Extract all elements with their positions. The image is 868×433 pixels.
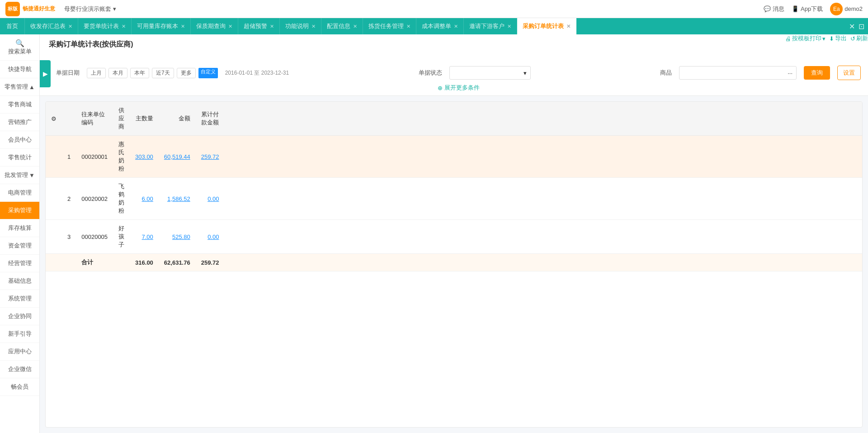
date-btn-prev-month[interactable]: 上月 [87, 68, 106, 78]
sidebar-item-ops[interactable]: 经营管理 [0, 255, 39, 272]
sidebar-item-purchase[interactable]: 采购管理 [0, 202, 39, 219]
tab-gongneng[interactable]: 功能说明 ✕ [280, 18, 321, 34]
tab-home[interactable]: 首页 [0, 18, 25, 34]
message-icon: 💬 [764, 5, 771, 12]
footer-paid-amount: 259.72 [196, 254, 225, 271]
tab-peizhi[interactable]: 配置信息 ✕ [321, 18, 363, 34]
sidebar-item-enterprise[interactable]: 企业协同 [0, 308, 39, 325]
close-icon[interactable]: ✕ [353, 24, 357, 29]
col-main-qty-header: 主数量 [130, 102, 159, 136]
close-icon[interactable]: ✕ [566, 24, 571, 29]
tab-keyong[interactable]: 可用量库存账本 ✕ [132, 18, 191, 34]
close-icon[interactable]: ✕ [507, 24, 511, 29]
row2-amount: 1,586.52 [159, 178, 196, 220]
row2-main-qty-link[interactable]: 6.00 [142, 195, 153, 202]
tab-label: 保质期查询 [196, 22, 226, 30]
maximize-btn[interactable]: ⊡ [859, 22, 864, 31]
tab-caigou-active[interactable]: 采购订单统计表 ✕ [517, 18, 576, 34]
print-button[interactable]: 🖨 按模板打印 ▾ [785, 34, 826, 43]
close-window-btn[interactable]: ✕ [849, 22, 855, 31]
close-icon[interactable]: ✕ [406, 24, 410, 29]
sidebar-item-batch-mgmt[interactable]: 批发管理 ▼ [0, 167, 39, 184]
tab-yaohuoDanjitongji[interactable]: 要货单统计表 ✕ [78, 18, 132, 34]
product-input[interactable]: ··· [679, 66, 797, 80]
sidebar-item-vip[interactable]: 畅会员 [0, 378, 39, 396]
sidebar-item-retail-shop[interactable]: 零售商城 [0, 96, 39, 114]
sidebar-item-retail-stats[interactable]: 零售统计 [0, 149, 39, 167]
tab-baobao[interactable]: 保质期查询 ✕ [191, 18, 238, 34]
tab-jianhuo[interactable]: 拣货任务管理 ✕ [363, 18, 416, 34]
close-icon[interactable]: ✕ [228, 24, 232, 29]
settings-button[interactable]: 设置 [837, 66, 861, 80]
sidebar-item-ecom[interactable]: 电商管理 [0, 184, 39, 202]
footer-main-qty: 316.00 [130, 254, 159, 271]
footer-name [113, 254, 130, 271]
row2-index: 2 [62, 178, 76, 220]
close-icon[interactable]: ✕ [122, 24, 126, 29]
close-icon[interactable]: ✕ [270, 24, 274, 29]
search-button[interactable]: 查询 [804, 66, 830, 80]
tab-label: 采购订单统计表 [523, 22, 564, 30]
row1-supplier-code: 00020001 [76, 136, 113, 178]
row1-paid-link[interactable]: 259.72 [201, 153, 219, 160]
user-info[interactable]: Ea demo2 [830, 3, 863, 15]
sidebar-item-basic[interactable]: 基础信息 [0, 272, 39, 290]
close-icon[interactable]: ✕ [311, 24, 316, 29]
sidebar-item-wechat[interactable]: 企业微信 [0, 361, 39, 378]
sidebar-retailshop-label: 零售商城 [2, 100, 38, 109]
export-label: 导出 [835, 34, 847, 43]
export-button[interactable]: ⬇ 导出 [829, 34, 847, 43]
tab-shoufaHuizong[interactable]: 收发存汇总表 ✕ [25, 18, 78, 34]
sidebar-appcenter-label: 应用中心 [2, 347, 38, 356]
org-selector[interactable]: 母婴行业演示账套 ▾ [64, 5, 116, 13]
sidebar-retailstats-label: 零售统计 [2, 153, 38, 162]
tab-label: 成本调整单 [422, 22, 451, 30]
row3-paid-link[interactable]: 0.00 [208, 233, 219, 240]
row2-main-qty: 6.00 [130, 178, 159, 220]
app-download-btn[interactable]: 📱 App下载 [792, 5, 823, 13]
row2-paid-link[interactable]: 0.00 [208, 195, 219, 202]
sidebar-item-quicknav[interactable]: 快捷导航 [0, 61, 39, 78]
status-select[interactable]: ▾ [449, 66, 531, 80]
row1-supplier-name: 惠氏奶粉 [113, 136, 130, 178]
app-download-label: App下载 [801, 5, 823, 13]
sidebar-marketing-label: 营销推广 [2, 118, 38, 126]
date-btn-this-year[interactable]: 本年 [130, 68, 149, 78]
page-title: 采购订单统计表(按供应商) [49, 40, 859, 49]
col-settings[interactable]: ⚙ [46, 102, 62, 136]
sidebar-item-members[interactable]: 会员中心 [0, 131, 39, 149]
table-row: 3 00020005 好孩子 7.00 525.80 0.00 [46, 220, 862, 254]
sidebar-members-label: 会员中心 [2, 136, 38, 144]
main-layout: 🔍 搜索菜单 快捷导航 零售管理 ▲ 零售商城 营销推广 会员中心 零售统计 批… [0, 34, 868, 433]
filter-toggle-btn[interactable]: ▶ [40, 60, 51, 87]
row2-amount-link[interactable]: 1,586.52 [167, 195, 190, 202]
expand-icon: ⊕ [438, 85, 443, 91]
row3-main-qty-link[interactable]: 7.00 [142, 233, 153, 240]
tab-chaochu[interactable]: 超储预警 ✕ [238, 18, 280, 34]
sidebar-item-system[interactable]: 系统管理 [0, 290, 39, 308]
print-icon: 🖨 [785, 35, 791, 42]
refresh-button[interactable]: ↺ 刷新 [850, 34, 868, 43]
row1-main-qty-link[interactable]: 303.00 [135, 153, 153, 160]
close-icon[interactable]: ✕ [68, 24, 72, 29]
sidebar-item-newbie[interactable]: 新手引导 [0, 325, 39, 343]
sidebar-item-inventory[interactable]: 库存核算 [0, 219, 39, 237]
sidebar-item-appcenter[interactable]: 应用中心 [0, 343, 39, 361]
sidebar-item-finance[interactable]: 资金管理 [0, 237, 39, 255]
table-row: 1 00020001 惠氏奶粉 303.00 60,519.44 259.72 [46, 136, 862, 178]
close-icon[interactable]: ✕ [181, 24, 185, 29]
tab-yaoqing[interactable]: 邀请下游客户 ✕ [464, 18, 517, 34]
row3-amount-link[interactable]: 525.80 [172, 233, 190, 240]
sidebar-item-retail[interactable]: 零售管理 ▲ [0, 78, 39, 96]
chevron-up-icon: ▲ [29, 84, 35, 90]
message-btn[interactable]: 💬 消息 [764, 5, 784, 13]
date-btn-this-month[interactable]: 本月 [108, 68, 127, 78]
date-btn-more[interactable]: 更多 [177, 68, 196, 78]
expand-more-btn[interactable]: ⊕ 展开更多条件 [438, 84, 480, 92]
date-btn-7days[interactable]: 近7天 [152, 68, 174, 78]
tab-chengben[interactable]: 成本调整单 ✕ [416, 18, 464, 34]
sidebar-item-marketing[interactable]: 营销推广 [0, 114, 39, 131]
row1-amount-link[interactable]: 60,519.44 [164, 153, 190, 160]
close-icon[interactable]: ✕ [454, 24, 458, 29]
sidebar-item-search[interactable]: 🔍 搜索菜单 [0, 34, 39, 61]
